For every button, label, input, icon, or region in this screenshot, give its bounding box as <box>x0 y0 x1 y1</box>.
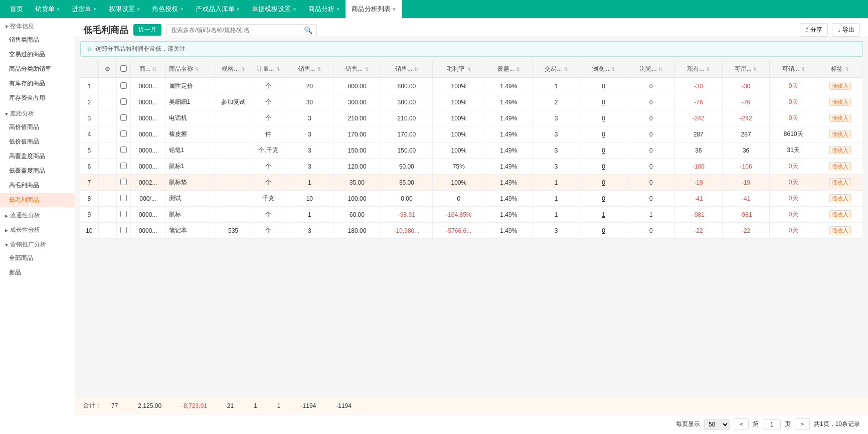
prev-page-button[interactable]: ＜ <box>734 418 749 430</box>
row-view1[interactable]: 0 <box>580 159 627 175</box>
sidebar-item-stock-capital[interactable]: 库存资金占用 <box>0 91 75 105</box>
nav-template-settings[interactable]: 单据模板设置 × <box>246 0 302 18</box>
sidebar-group-gap-analysis[interactable]: ▾ 差距分析 <box>0 105 75 120</box>
row-sales-profit: 170.00 <box>381 126 432 142</box>
sidebar-item-sales-products[interactable]: 销售类商品 <box>0 33 75 47</box>
close-icon[interactable]: × <box>57 6 60 12</box>
row-checkbox[interactable] <box>116 175 130 191</box>
row-view2: 0 <box>627 126 675 142</box>
nav-product-analysis-list[interactable]: 商品分析列表 × <box>345 0 402 18</box>
sidebar-group-overall[interactable]: ▾ 整体信息 <box>0 18 75 33</box>
sidebar-item-high-profit[interactable]: 高毛利商品 <box>0 178 75 193</box>
search-box: 🔍 <box>166 24 317 36</box>
sidebar-item-high-value[interactable]: 高价值商品 <box>0 120 75 134</box>
row-checkbox[interactable] <box>116 126 130 142</box>
row-checkbox[interactable] <box>116 110 130 126</box>
row-name[interactable]: 属性定价 <box>165 78 216 94</box>
row-checkbox[interactable] <box>116 207 130 223</box>
row-name[interactable]: 鼠标1 <box>165 159 216 175</box>
close-icon[interactable]: × <box>180 6 183 12</box>
row-checkbox[interactable] <box>116 94 130 110</box>
row-sellable: 0天 <box>770 175 817 191</box>
row-view1[interactable]: 0 <box>580 110 627 126</box>
close-icon[interactable]: × <box>293 6 296 12</box>
row-available: 287 <box>722 126 770 142</box>
search-input[interactable] <box>171 27 304 34</box>
row-name[interactable]: 笔记本 <box>165 223 216 239</box>
close-icon[interactable]: × <box>237 6 240 12</box>
sidebar-item-new-products[interactable]: 新品 <box>0 265 75 280</box>
search-icon[interactable]: 🔍 <box>304 26 312 34</box>
row-checkbox[interactable] <box>116 223 130 239</box>
row-name[interactable]: 测试 <box>165 191 216 207</box>
row-checkbox[interactable] <box>116 159 130 175</box>
row-spec: 535 <box>216 223 251 239</box>
row-deal: 3 <box>533 142 580 159</box>
close-icon[interactable]: × <box>393 6 396 12</box>
row-view1[interactable]: 1 <box>580 207 627 223</box>
sidebar-group-marketing[interactable]: ▾ 营销推广分析 <box>0 236 75 251</box>
row-name[interactable]: 鼠标 <box>165 207 216 223</box>
row-view1[interactable]: 0 <box>580 94 627 110</box>
row-name[interactable]: 橡皮擦 <box>165 126 216 142</box>
nav-product-entry[interactable]: 产成品入库单 × <box>190 0 246 18</box>
row-tag: 低收入 <box>817 191 863 207</box>
row-gross-rate: 100% <box>433 142 485 159</box>
sidebar-item-category-sales-rate[interactable]: 商品分类助销率 <box>0 62 75 76</box>
share-icon: ⤴ <box>805 27 808 34</box>
nav-product-analysis[interactable]: 商品分析 × <box>302 0 345 18</box>
row-coverage: 1.49% <box>485 78 533 94</box>
row-name[interactable]: 电话机 <box>165 110 216 126</box>
share-button[interactable]: ⤴ 分享 <box>800 23 828 37</box>
nav-role-permission[interactable]: 角色授权 × <box>146 0 189 18</box>
sidebar-item-low-value[interactable]: 低价值商品 <box>0 134 75 149</box>
row-view1[interactable]: 0 <box>580 175 627 191</box>
page-suffix: 页 <box>785 420 791 428</box>
sidebar-item-all-products[interactable]: 全部商品 <box>0 251 75 265</box>
sidebar-item-traded-products[interactable]: 交易过的商品 <box>0 47 75 62</box>
row-deal: 3 <box>533 126 580 142</box>
close-icon[interactable]: × <box>137 6 140 12</box>
col-header-gear[interactable]: ⚙ <box>98 61 116 78</box>
sidebar-item-high-coverage[interactable]: 高覆盖度商品 <box>0 149 75 164</box>
close-icon[interactable]: × <box>336 6 339 12</box>
nav-home[interactable]: 首页 <box>4 0 29 18</box>
export-button[interactable]: ↓ 导出 <box>832 23 860 37</box>
row-checkbox[interactable] <box>116 78 130 94</box>
sidebar-group-growth[interactable]: ▸ 成长性分析 <box>0 222 75 236</box>
row-number: 9 <box>80 207 98 223</box>
row-view1[interactable]: 0 <box>580 191 627 207</box>
row-name[interactable]: 吴细细1 <box>165 94 216 110</box>
row-spec <box>216 126 251 142</box>
nav-sales-order[interactable]: 销货单 × <box>29 0 66 18</box>
row-spec <box>216 159 251 175</box>
table-row: 60000...鼠标1个3120.0090.0075%1.49%300-106-… <box>80 159 863 175</box>
row-name[interactable]: 铅笔1 <box>165 142 216 159</box>
per-page-select[interactable]: 50 100 200 <box>704 419 730 430</box>
time-filter-button[interactable]: 近一月 <box>133 24 161 36</box>
nav-purchase-order[interactable]: 进货单 × <box>66 0 102 18</box>
next-page-button[interactable]: ＞ <box>795 418 810 430</box>
row-name[interactable]: 鼠标垫 <box>165 175 216 191</box>
row-unit: 个 <box>251 159 286 175</box>
row-view1[interactable]: 0 <box>580 126 627 142</box>
sidebar-item-low-coverage[interactable]: 低覆盖度商品 <box>0 164 75 178</box>
footer-available: -1194 <box>336 402 352 409</box>
close-icon[interactable]: × <box>93 6 96 12</box>
row-view1[interactable]: 0 <box>580 223 627 239</box>
chevron-down-icon: ▾ <box>5 23 8 30</box>
sidebar-item-stocked-products[interactable]: 有库存的商品 <box>0 76 75 91</box>
row-available: 36 <box>722 142 770 159</box>
select-all-checkbox[interactable] <box>120 65 127 72</box>
row-checkbox[interactable] <box>116 142 130 159</box>
sidebar-item-low-profit[interactable]: 低毛利商品 <box>0 193 75 207</box>
row-view1[interactable]: 0 <box>580 78 627 94</box>
sidebar-group-liquidity[interactable]: ▸ 流通性分析 <box>0 207 75 222</box>
row-available: -106 <box>722 159 770 175</box>
row-view1[interactable]: 0 <box>580 142 627 159</box>
row-checkbox[interactable] <box>116 191 130 207</box>
col-header-name: 商品名称 ⇅ <box>165 61 216 78</box>
nav-permission-settings[interactable]: 权限设置 × <box>103 0 146 18</box>
row-current: 287 <box>675 126 723 142</box>
page-number-input[interactable] <box>763 419 781 429</box>
